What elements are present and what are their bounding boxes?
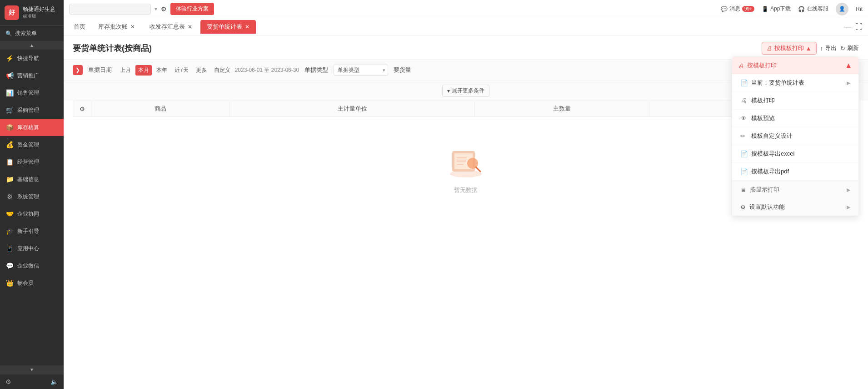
tab-close-inventory-batch[interactable]: ✕ [130, 24, 135, 30]
app-download-btn[interactable]: 📱 App下载 [762, 5, 791, 13]
download-icon: 📱 [762, 6, 768, 12]
window-maximize-btn[interactable]: ⛶ [855, 23, 863, 31]
tab-home[interactable]: 首页 [69, 20, 90, 34]
dropdown-current-template[interactable]: 📄 当前：要货单统计表 ▶ [732, 74, 858, 92]
template-excel-icon: 📄 [740, 150, 748, 157]
marketing-icon: 📢 [5, 71, 14, 80]
search-dropdown-arrow[interactable]: ▾ [155, 6, 157, 12]
message-btn[interactable]: 💬 消息 99+ [721, 5, 754, 13]
empty-message: 暂无数据 [454, 186, 478, 194]
sidebar-item-basics[interactable]: 📁 基础信息 [0, 171, 64, 188]
footer-speaker-btn[interactable]: 🔈 [50, 378, 58, 385]
page-title-bar: 要货单统计表(按商品) 🖨 按模板打印 ▲ ↑ 导出 ↻ 刷新 [64, 35, 868, 59]
basics-icon: 📁 [5, 175, 14, 183]
refresh-icon: ↻ [840, 45, 845, 52]
current-template-icon: 📄 [740, 79, 748, 86]
export-icon: ↑ [820, 45, 823, 52]
date-btn-this-month[interactable]: 本月 [135, 65, 152, 76]
tab-bar: 首页 库存批次账 ✕ 收发存汇总表 ✕ 要货单统计表 ✕ — ⛶ [64, 18, 868, 35]
th-unit: 主计量单位 [230, 101, 475, 117]
refresh-btn[interactable]: ↻ 刷新 [840, 44, 859, 52]
tab-close-collection-summary[interactable]: ✕ [188, 24, 192, 30]
sidebar-item-sales[interactable]: 📊 销售管理 [0, 84, 64, 101]
footer-settings-btn[interactable]: ⚙ [5, 378, 11, 385]
sidebar-item-quick-nav[interactable]: ⚡ 快捷导航 [0, 50, 64, 67]
date-btn-last-month[interactable]: 上月 [117, 65, 134, 76]
date-btn-7days[interactable]: 近7天 [172, 65, 191, 76]
sidebar-item-inventory[interactable]: 📦 库存核算 [0, 119, 64, 136]
sidebar-item-purchase[interactable]: 🛒 采购管理 [0, 101, 64, 119]
date-btn-this-year[interactable]: 本年 [154, 65, 170, 76]
export-btn[interactable]: ↑ 导出 [820, 44, 837, 52]
sidebar-item-wechat[interactable]: 💬 企业微信 [0, 257, 64, 274]
scroll-down-btn[interactable]: ▼ [0, 365, 64, 374]
dropdown-default-func[interactable]: ⚙ 设置默认功能 ▶ [732, 198, 858, 216]
scroll-up-btn[interactable]: ▲ [0, 41, 64, 50]
dropdown-template-pdf[interactable]: 📄 按模板导出pdf [732, 163, 858, 181]
template-custom-icon: ✏ [740, 132, 748, 140]
search-menu[interactable]: 🔍 搜索菜单 [0, 26, 64, 41]
wechat-icon: 💬 [5, 262, 14, 270]
collab-icon: 🤝 [5, 210, 14, 218]
sidebar-item-system[interactable]: ⚙ 系统管理 [0, 188, 64, 205]
dropdown-template-print[interactable]: 🖨 模板打印 [732, 92, 858, 110]
th-settings[interactable]: ⚙ [73, 101, 91, 117]
dropdown-printer-icon: 🖨 [738, 62, 744, 69]
top-search-input[interactable] [69, 4, 151, 15]
default-func-icon: ⚙ [740, 204, 746, 211]
sales-icon: 📊 [5, 89, 14, 97]
logo-icon: 好 [5, 5, 19, 20]
page-actions: 🖨 按模板打印 ▲ ↑ 导出 ↻ 刷新 🖨 [762, 42, 859, 55]
svg-line-4 [476, 167, 480, 172]
print-template-btn[interactable]: 🖨 按模板打印 ▲ [762, 42, 817, 55]
sidebar-item-member[interactable]: 👑 畅会员 [0, 274, 64, 292]
avatar[interactable]: 👤 [836, 3, 848, 15]
message-badge: 99+ [742, 6, 754, 12]
tab-bar-right: — ⛶ [844, 23, 863, 31]
th-product: 商品 [91, 101, 230, 117]
order-type-select[interactable]: 单据类型 [334, 65, 388, 76]
tab-collection-summary[interactable]: 收发存汇总表 ✕ [143, 20, 199, 34]
sidebar-item-finance[interactable]: 💰 资金管理 [0, 136, 64, 153]
window-minimize-btn[interactable]: — [844, 23, 852, 31]
industry-btn[interactable]: 体验行业方案 [170, 3, 214, 15]
expand-down-icon: ▾ [447, 88, 450, 94]
tab-inventory-batch[interactable]: 库存批次账 ✕ [92, 20, 141, 34]
dropdown-template-custom[interactable]: ✏ 模板自定义设计 [732, 127, 858, 145]
order-qty-label: 要货量 [394, 66, 411, 74]
sidebar-item-operations[interactable]: 📋 经营管理 [0, 153, 64, 171]
display-print-chevron: ▶ [847, 187, 850, 193]
sidebar-item-collab[interactable]: 🤝 企业协同 [0, 205, 64, 222]
dropdown-close-btn[interactable]: ▲ [845, 61, 852, 70]
dropdown-template-preview[interactable]: 👁 模板预览 [732, 110, 858, 127]
purchase-icon: 🛒 [5, 106, 14, 114]
tab-close-order-summary[interactable]: ✕ [245, 24, 249, 30]
tab-order-summary[interactable]: 要货单统计表 ✕ [200, 20, 256, 34]
filter-expand-btn[interactable]: ❯ [73, 65, 83, 75]
online-service-btn[interactable]: 🎧 在线客服 [798, 5, 828, 13]
date-label: 单据日期 [88, 66, 112, 74]
member-icon: 👑 [5, 279, 14, 287]
search-icon: 🔍 [5, 30, 12, 37]
app-version: 标准版 [23, 13, 55, 20]
newbie-icon: 🎓 [5, 227, 14, 235]
message-icon: 💬 [721, 6, 728, 12]
sidebar-item-marketing[interactable]: 📢 营销推广 [0, 67, 64, 84]
dropdown-header: 🖨 按模板打印 ▲ [732, 57, 858, 74]
appstore-icon: 📱 [5, 244, 14, 253]
dropdown-display-print[interactable]: 🖥 按显示打印 ▶ [732, 181, 858, 198]
top-settings-btn[interactable]: ⚙ [161, 5, 167, 13]
date-btn-more[interactable]: 更多 [193, 65, 210, 76]
inventory-icon: 📦 [5, 123, 14, 131]
date-range: 2023-06-01 至 2023-06-30 [235, 66, 299, 74]
sidebar-item-appstore[interactable]: 📱 应用中心 [0, 240, 64, 257]
user-name: Rit [856, 6, 863, 12]
sidebar-item-newbie[interactable]: 🎓 新手引导 [0, 222, 64, 240]
date-group: 上月 本月 本年 近7天 更多 自定义 2023-06-01 至 2023-06… [117, 65, 299, 76]
template-pdf-icon: 📄 [740, 168, 748, 175]
date-btn-custom[interactable]: 自定义 [211, 65, 233, 76]
order-type-select-wrap: 单据类型 [334, 65, 388, 76]
template-print-icon: 🖨 [740, 97, 748, 104]
dropdown-template-excel[interactable]: 📄 按模板导出excel [732, 145, 858, 163]
expand-more-btn[interactable]: ▾ 展开更多条件 [442, 85, 489, 97]
